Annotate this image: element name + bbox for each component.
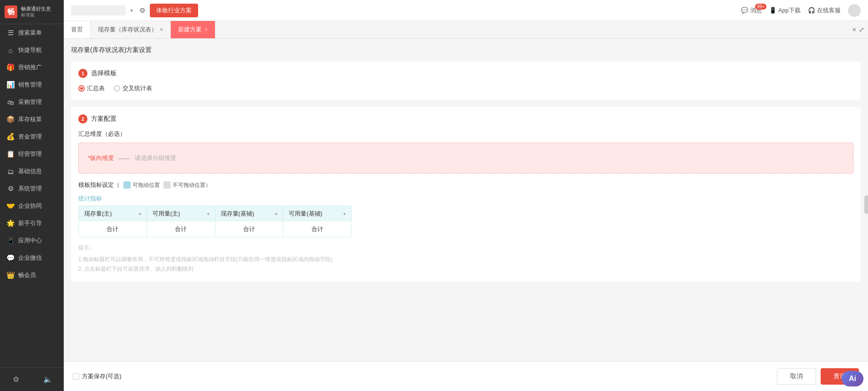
message-button[interactable]: 💬 消息 99+ [741, 6, 762, 15]
gear-icon: ⚙ [6, 185, 15, 193]
stats-col-1[interactable]: 可用量(主) ▾ [147, 206, 215, 221]
tip1: 1.拖动标题栏可以调整布局，不可跨维度或指标区域拖动栏目字段(只能在同一维度或指… [78, 255, 853, 265]
download-icon: 📱 [769, 7, 776, 14]
sidebar-item-inventory[interactable]: 📦 库存核算 [0, 111, 64, 128]
window-close-icon[interactable]: × [853, 26, 856, 33]
radio-cross-circle [114, 85, 120, 92]
sidebar-logo: 畅 畅康通好生意 标准版 [0, 0, 64, 24]
radio-summary-table[interactable]: 汇总表 [78, 84, 105, 93]
resize-handle[interactable] [864, 196, 868, 214]
message-badge: 99+ [755, 4, 766, 10]
sidebar-item-sales[interactable]: 📊 销售管理 [0, 76, 64, 93]
step1-num: 1 [78, 69, 87, 78]
wechat-icon: 💬 [6, 254, 15, 262]
radio-summary-circle [78, 85, 85, 92]
settings-button[interactable]: ⚙ [0, 371, 32, 387]
chevron-down-icon[interactable]: ▾ [130, 7, 133, 14]
home-icon: ⌂ [6, 46, 15, 54]
sidebar-item-label: 搜索菜单 [18, 29, 42, 37]
tab-new-plan[interactable]: 新建方案 × [171, 21, 215, 38]
save-checkbox[interactable] [73, 373, 79, 380]
step1-title: 选择模板 [91, 69, 117, 77]
movable-dot [123, 181, 131, 189]
sound-button[interactable]: 🔈 [32, 371, 64, 387]
search-input[interactable] [71, 5, 126, 15]
stats-cell-0: 合计 [79, 221, 147, 237]
sidebar-item-search[interactable]: ☰ 搜索菜单 [0, 24, 64, 41]
tab-new-plan-close-icon[interactable]: × [204, 26, 208, 33]
tab-home[interactable]: 首页 [64, 21, 91, 38]
badge-not-movable: 不可拖动位置） [163, 181, 211, 189]
radio-cross-table[interactable]: 交叉统计表 [114, 84, 152, 93]
online-service-label: 在线客服 [817, 6, 841, 15]
tab-inventory-label: 现存量（库存状况表） [98, 26, 157, 34]
sidebar-item-basic-info[interactable]: 🗂 基础信息 [0, 163, 64, 180]
col-1-chevron-icon[interactable]: ▾ [207, 211, 209, 216]
col-0-chevron-icon[interactable]: ▾ [139, 211, 141, 216]
app-download-button[interactable]: 📱 App下载 [769, 6, 801, 15]
col-2-chevron-icon[interactable]: ▾ [275, 211, 277, 216]
save-label: 方案保存(可选) [82, 372, 122, 381]
tabs-bar: 首页 现存量（库存状况表） × 新建方案 × × ⤢ [64, 21, 868, 39]
stats-col-2-label: 现存量(基辅) [221, 210, 255, 218]
stats-col-2[interactable]: 现存量(基辅) ▾ [215, 206, 284, 221]
bottom-bar: 方案保存(可选) 取消 查询 [64, 361, 868, 391]
sidebar-item-quicknav[interactable]: ⌂ 快捷导航 [0, 41, 64, 59]
not-movable-label: 不可拖动位置） [173, 181, 211, 189]
dimension-required-label: *纵向维度 [88, 154, 114, 162]
col-3-chevron-icon[interactable]: ▾ [343, 211, 346, 216]
user-avatar[interactable] [848, 4, 861, 17]
stats-col-0-label: 现存量(主) [84, 210, 112, 218]
summary-dimension-label: 汇总维度（必选） [78, 130, 853, 138]
stats-section-title: 统计指标 [78, 195, 853, 203]
indicators-setting-label: 模板指标设定（ 可拖动位置 不可拖动位置） [78, 181, 853, 189]
tip2: 2. 点击标题栏下拉可设置排序、插入列和删除列 [78, 264, 853, 274]
stats-col-0[interactable]: 现存量(主) ▾ [79, 206, 147, 221]
step2-label: 2 方案配置 [78, 114, 853, 123]
star-icon: 🌟 [6, 219, 15, 227]
sidebar-item-appcenter[interactable]: 📱 应用中心 [0, 232, 64, 249]
tab-inventory-close-icon[interactable]: × [160, 26, 163, 33]
indicators-setting: 模板指标设定（ 可拖动位置 不可拖动位置） [78, 181, 853, 189]
sidebar-item-finance[interactable]: 💰 资金管理 [0, 128, 64, 145]
sidebar-item-purchase[interactable]: 🛍 采购管理 [0, 93, 64, 111]
cancel-button[interactable]: 取消 [777, 368, 816, 385]
tab-home-label: 首页 [71, 26, 83, 34]
page-title: 现存量(库存状况表)方案设置 [71, 46, 861, 54]
step2-card: 2 方案配置 汇总维度（必选） *纵向维度 —— 请选择分组维度 模板指标设定（… [71, 107, 861, 282]
ai-badge[interactable]: Ai [842, 371, 863, 386]
sidebar-item-label: 系统管理 [18, 185, 42, 193]
tab-inventory[interactable]: 现存量（库存状况表） × [91, 21, 171, 38]
money-icon: 💰 [6, 133, 15, 141]
trial-button[interactable]: 体验行业方案 [150, 4, 198, 17]
radio-summary-label: 汇总表 [87, 84, 105, 93]
sidebar-item-label: 库存核算 [18, 115, 42, 123]
step1-label: 1 选择模板 [78, 69, 853, 78]
bag-icon: 🛍 [6, 98, 15, 106]
sidebar-item-newbie[interactable]: 🌟 新手引导 [0, 215, 64, 232]
save-option[interactable]: 方案保存(可选) [73, 372, 122, 381]
dimension-divider: —— [118, 155, 130, 162]
dimension-placeholder: 请选择分组维度 [135, 154, 176, 162]
step2-title: 方案配置 [91, 115, 117, 123]
sidebar-nav: ☰ 搜索菜单 ⌂ 快捷导航 🎁 营销推广 📊 销售管理 🛍 采购管理 📦 库存核… [0, 24, 64, 367]
sidebar-item-system[interactable]: ⚙ 系统管理 [0, 180, 64, 197]
sidebar-item-member[interactable]: 👑 畅会员 [0, 267, 64, 284]
stats-table-header: 现存量(主) ▾ 可用量(主) ▾ 现存量(基辅) ▾ 可用量(基辅) ▾ [79, 206, 351, 221]
sidebar-item-label: 基础信息 [18, 167, 42, 175]
stats-col-3[interactable]: 可用量(基辅) ▾ [283, 206, 351, 221]
window-maximize-icon[interactable]: ⤢ [859, 26, 864, 33]
sidebar-item-label: 快捷导航 [18, 46, 42, 54]
topbar-search-area [71, 5, 126, 15]
sidebar-item-collab[interactable]: 🤝 企业协同 [0, 197, 64, 215]
service-icon: 🎧 [808, 7, 815, 14]
tab-controls: × ⤢ [849, 26, 868, 33]
step1-card: 1 选择模板 汇总表 交叉统计表 [71, 62, 861, 100]
online-service-button[interactable]: 🎧 在线客服 [808, 6, 841, 15]
topbar-gear-icon[interactable]: ⚙ [139, 6, 145, 15]
dimension-selector[interactable]: *纵向维度 —— 请选择分组维度 [78, 143, 853, 174]
sidebar-item-operations[interactable]: 📋 经营管理 [0, 145, 64, 163]
gift-icon: 🎁 [6, 63, 15, 72]
sidebar-item-marketing[interactable]: 🎁 营销推广 [0, 59, 64, 76]
sidebar-item-wechat[interactable]: 💬 企业微信 [0, 249, 64, 267]
